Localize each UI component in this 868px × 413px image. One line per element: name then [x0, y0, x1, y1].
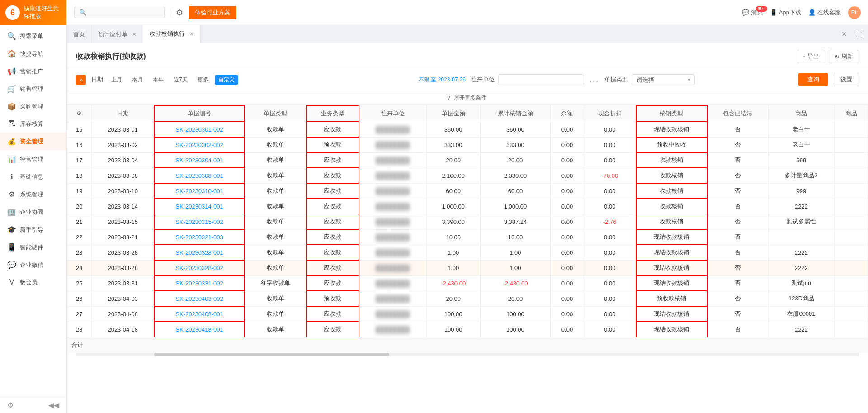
row-no: 17	[67, 152, 92, 168]
tab-collection[interactable]: 收款核销执行 ✕	[143, 25, 201, 43]
table-scroll-thumb[interactable]	[154, 353, 389, 356]
col-verify-type: 核销类型	[636, 105, 707, 122]
row-goods2	[835, 245, 868, 260]
row-counterparty: ████████	[359, 260, 426, 275]
date-custom[interactable]: 自定义	[215, 75, 238, 85]
table-scroll-bar[interactable]	[76, 353, 859, 356]
page-content: 收款核销执行(按收款) ↑ 导出 ↻ 刷新 » 日期 上月 本月 本	[67, 43, 868, 413]
tab-home[interactable]: 首页	[67, 25, 92, 43]
export-button[interactable]: ↑ 导出	[797, 50, 826, 63]
voucher-no-link[interactable]: SK-20230308-001	[175, 172, 223, 179]
voucher-no-link[interactable]: SK-20230315-002	[175, 218, 223, 225]
voucher-no-link[interactable]: SK-20230321-003	[175, 234, 223, 241]
row-voucher-no[interactable]: SK-20230308-001	[154, 168, 245, 183]
settings-button[interactable]: 设置	[834, 73, 859, 86]
voucher-no-link[interactable]: SK-20230310-001	[175, 188, 223, 195]
voucher-no-link[interactable]: SK-20230403-002	[175, 295, 223, 302]
sidebar-label-sales: 销售管理	[20, 85, 43, 93]
voucher-no-link[interactable]: SK-20230328-001	[175, 249, 223, 256]
voucher-no-link[interactable]: SK-20230418-001	[175, 326, 223, 333]
voucher-no-link[interactable]: SK-20230331-002	[175, 280, 223, 287]
sidebar-item-operations[interactable]: 📊 经营管理	[0, 150, 66, 168]
voucher-no-link[interactable]: SK-20230302-002	[175, 142, 223, 148]
filter-date-range-row: 不限 至 2023-07-26	[419, 76, 466, 84]
sidebar-item-vip[interactable]: V 畅会员	[0, 274, 66, 291]
date-range-value: 不限 至 2023-07-26	[419, 76, 466, 84]
col-settings[interactable]: ⚙	[67, 105, 92, 122]
row-counterparty: ████████	[359, 137, 426, 152]
row-voucher-no[interactable]: SK-20230314-001	[154, 199, 245, 214]
messages-button[interactable]: 💬 消息 99+	[742, 9, 763, 17]
row-voucher-no[interactable]: SK-20230304-001	[154, 152, 245, 168]
sidebar-item-basics[interactable]: ℹ 基础信息	[0, 168, 66, 185]
row-balance: 0.00	[551, 122, 584, 137]
row-biz-type: 应收款	[307, 229, 359, 245]
sidebar-item-enterprise[interactable]: 🏢 企业协同	[0, 203, 66, 221]
row-date: 2023-03-14	[92, 199, 154, 214]
sidebar-item-system[interactable]: ⚙ 系统管理	[0, 185, 66, 203]
date-this-year[interactable]: 本年	[149, 75, 167, 85]
filter-toggle-button[interactable]: »	[76, 75, 86, 85]
row-counterparty: ████████	[359, 214, 426, 229]
tab-collection-close[interactable]: ✕	[189, 31, 194, 37]
sidebar-item-search[interactable]: 🔍 搜索菜单	[0, 27, 66, 45]
gear-icon[interactable]: ⚙	[176, 8, 183, 18]
refresh-button[interactable]: ↻ 刷新	[829, 50, 859, 63]
row-balance: 0.00	[551, 229, 584, 245]
sidebar-item-hardware[interactable]: 📱 智能硬件	[0, 238, 66, 256]
topbar-search-box[interactable]: 🔍	[74, 7, 165, 18]
row-include-settled: 否	[707, 122, 769, 137]
tab-close-all[interactable]: ✕	[837, 30, 852, 38]
sidebar-item-wechat[interactable]: 💬 企业微信	[0, 256, 66, 274]
voucher-no-link[interactable]: SK-20230328-002	[175, 265, 223, 271]
expand-more-bar[interactable]: ∨ 展开更多条件	[67, 91, 868, 105]
counterparty-filter-label: 往来单位	[471, 76, 495, 84]
sidebar-item-finance[interactable]: 💰 资金管理	[0, 133, 66, 150]
row-no: 16	[67, 137, 92, 152]
voucher-no-link[interactable]: SK-20230301-002	[175, 126, 223, 133]
tab-payable-close[interactable]: ✕	[132, 31, 137, 38]
row-cumulative: 100.00	[480, 322, 550, 337]
sidebar-item-sales[interactable]: 🛒 销售管理	[0, 80, 66, 98]
row-voucher-no[interactable]: SK-20230408-001	[154, 306, 245, 322]
row-voucher-no[interactable]: SK-20230331-002	[154, 275, 245, 291]
row-voucher-no[interactable]: SK-20230328-001	[154, 245, 245, 260]
voucher-no-link[interactable]: SK-20230408-001	[175, 311, 223, 318]
date-last-7days[interactable]: 近7天	[170, 75, 191, 85]
app-download-button[interactable]: 📱 App下载	[770, 9, 801, 17]
voucher-no-link[interactable]: SK-20230304-001	[175, 157, 223, 164]
row-voucher-no[interactable]: SK-20230328-002	[154, 260, 245, 275]
row-voucher-no[interactable]: SK-20230321-003	[154, 229, 245, 245]
solution-button[interactable]: 体验行业方案	[189, 6, 236, 19]
sidebar-item-purchase[interactable]: 📦 采购管理	[0, 98, 66, 115]
row-voucher-no[interactable]: SK-20230418-001	[154, 322, 245, 337]
row-voucher-no[interactable]: SK-20230403-002	[154, 291, 245, 306]
row-voucher-no[interactable]: SK-20230315-002	[154, 214, 245, 229]
date-this-month[interactable]: 本月	[128, 75, 146, 85]
date-more[interactable]: 更多	[194, 75, 212, 85]
date-last-month[interactable]: 上月	[108, 75, 126, 85]
tab-expand[interactable]: ⛶	[852, 30, 868, 38]
sidebar-item-quicknav[interactable]: 🏠 快捷导航	[0, 45, 66, 62]
row-voucher-no[interactable]: SK-20230301-002	[154, 122, 245, 137]
col-biz-type: 业务类型	[307, 105, 359, 122]
online-service-button[interactable]: 👤 在线客服	[808, 9, 841, 17]
query-button[interactable]: 查询	[798, 73, 828, 86]
sidebar-item-guide[interactable]: 🎓 新手引导	[0, 221, 66, 238]
voucher-no-link[interactable]: SK-20230314-001	[175, 203, 223, 210]
counterparty-input[interactable]	[498, 74, 584, 85]
sidebar-item-marketing[interactable]: 📢 营销推广	[0, 62, 66, 80]
collapse-icon[interactable]: ◀◀	[48, 401, 59, 409]
row-voucher-no[interactable]: SK-20230310-001	[154, 183, 245, 199]
row-voucher-no[interactable]: SK-20230302-002	[154, 137, 245, 152]
row-amount: 20.00	[426, 152, 480, 168]
voucher-type-select[interactable]: 请选择	[632, 74, 695, 85]
settings-bottom-icon[interactable]: ⚙	[7, 401, 14, 409]
user-avatar[interactable]: Rit	[848, 6, 861, 19]
row-cash-discount: 0.00	[584, 275, 636, 291]
row-balance: 0.00	[551, 306, 584, 322]
row-voucher-type: 收款单	[245, 229, 307, 245]
tab-payable[interactable]: 预计应付单 ✕	[92, 25, 143, 43]
sidebar-item-inventory[interactable]: 🏗 库存核算	[0, 115, 66, 133]
row-goods: 2222	[768, 260, 834, 275]
